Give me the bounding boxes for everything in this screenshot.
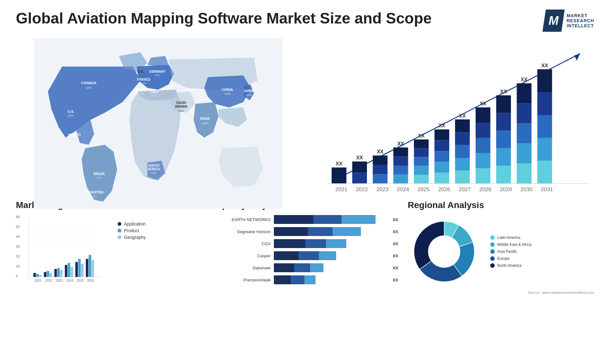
regional-label: Middle East & Africa bbox=[497, 242, 531, 247]
svg-rect-7 bbox=[373, 165, 387, 174]
svg-rect-24 bbox=[455, 132, 470, 145]
svg-text:2023: 2023 bbox=[56, 279, 63, 282]
svg-rect-39 bbox=[517, 103, 531, 123]
svg-rect-78 bbox=[33, 273, 36, 277]
china-value: xx% bbox=[224, 92, 230, 96]
player-bar bbox=[274, 227, 387, 236]
donut-container: Latin AmericaMiddle East & AfricaAsia Pa… bbox=[408, 215, 594, 288]
regional-dot bbox=[490, 235, 495, 240]
svg-text:XX: XX bbox=[377, 149, 384, 154]
saudi-value: xx% bbox=[179, 109, 184, 112]
svg-text:2024: 2024 bbox=[397, 186, 409, 192]
svg-rect-85 bbox=[57, 268, 60, 277]
svg-rect-29 bbox=[476, 123, 490, 138]
spain-label: SPAIN bbox=[136, 88, 146, 91]
svg-rect-46 bbox=[537, 138, 552, 161]
player-bar-segment bbox=[274, 251, 299, 260]
seg-content: 0 10 20 30 40 50 60 bbox=[16, 215, 202, 286]
svg-rect-31 bbox=[476, 153, 490, 168]
safrica-value: xx% bbox=[151, 171, 157, 174]
player-value: XX bbox=[393, 241, 398, 246]
japan-value: xx% bbox=[246, 93, 251, 97]
player-bar-segment bbox=[319, 251, 336, 260]
svg-rect-83 bbox=[50, 273, 52, 277]
svg-text:2030: 2030 bbox=[520, 186, 532, 192]
world-map-section: CANADA xx% U.S. xx% MEXICO xx% BRAZIL xx… bbox=[16, 38, 300, 209]
player-name: CGX bbox=[212, 241, 271, 246]
svg-rect-81 bbox=[44, 272, 46, 277]
svg-rect-91 bbox=[78, 259, 81, 277]
logo-letter: M bbox=[549, 14, 559, 28]
svg-rect-88 bbox=[68, 263, 70, 277]
player-bar-segment bbox=[291, 275, 304, 284]
player-value: XX bbox=[393, 217, 398, 222]
player-row: Degreane HorizonXX bbox=[212, 227, 398, 236]
svg-rect-34 bbox=[496, 113, 511, 131]
svg-rect-22 bbox=[435, 173, 449, 184]
seg-legend: Application Product Geography bbox=[118, 221, 146, 286]
spain-value: xx% bbox=[138, 92, 144, 95]
player-row: DatumateXX bbox=[212, 263, 398, 272]
regional-label: Latin America bbox=[497, 235, 520, 240]
player-bar-segment bbox=[274, 275, 291, 284]
logo-container: M MARKET RESEARCH INTELLECT bbox=[542, 10, 594, 32]
regional-dot bbox=[490, 249, 495, 254]
svg-text:XX: XX bbox=[356, 155, 363, 160]
player-row: CasperXX bbox=[212, 251, 398, 260]
germany-value: xx% bbox=[155, 74, 160, 77]
svg-rect-10 bbox=[393, 157, 408, 165]
argentina-label: ARGENTINA bbox=[85, 191, 104, 194]
svg-rect-17 bbox=[414, 175, 429, 184]
player-bar-segment bbox=[308, 227, 333, 236]
svg-rect-19 bbox=[435, 140, 449, 151]
india-label: INDIA bbox=[200, 117, 210, 120]
brazil-value: xx% bbox=[97, 176, 102, 179]
legend-geography: Geography bbox=[118, 235, 146, 240]
source-text: Source : www.marketresearchintellect.com bbox=[408, 291, 594, 294]
us-label: U.S. bbox=[68, 110, 75, 113]
svg-text:2021: 2021 bbox=[35, 279, 42, 282]
player-bar bbox=[274, 239, 387, 248]
svg-rect-4 bbox=[352, 161, 367, 172]
regional-legend-item: Europe bbox=[490, 256, 531, 261]
saudi-label: SAUDI bbox=[176, 101, 186, 104]
player-bar-segment bbox=[274, 215, 314, 224]
svg-text:2021: 2021 bbox=[335, 186, 347, 192]
svg-rect-87 bbox=[65, 265, 67, 277]
svg-rect-3 bbox=[332, 167, 346, 183]
svg-rect-84 bbox=[54, 269, 57, 277]
svg-rect-92 bbox=[81, 264, 84, 277]
us-value: xx% bbox=[68, 114, 74, 118]
svg-rect-8 bbox=[373, 174, 387, 183]
svg-rect-36 bbox=[496, 148, 511, 166]
regional-legend-item: Middle East & Africa bbox=[490, 242, 531, 247]
svg-rect-12 bbox=[393, 174, 408, 183]
italy-label: ITALY bbox=[150, 90, 159, 94]
player-bar-segment bbox=[274, 239, 306, 248]
regional-legend: Latin AmericaMiddle East & AfricaAsia Pa… bbox=[490, 235, 531, 268]
regional-legend-item: North America bbox=[490, 263, 531, 268]
player-bar-segment bbox=[299, 251, 319, 260]
legend-product: Product bbox=[118, 228, 146, 233]
page-container: Global Aviation Mapping Software Market … bbox=[0, 0, 610, 364]
application-label: Application bbox=[124, 221, 146, 226]
svg-rect-79 bbox=[36, 274, 39, 277]
uk-label: U.K. bbox=[138, 70, 144, 73]
regional-label: Europe bbox=[497, 256, 510, 261]
uk-value: xx% bbox=[138, 74, 144, 77]
svg-text:XX: XX bbox=[480, 101, 487, 106]
player-bar-segment bbox=[333, 227, 361, 236]
bottom-grid: Market Segmentation 0 10 20 30 40 50 60 bbox=[16, 200, 594, 294]
players-section: Top Key Players EARTH NETWORKSXXDegreane… bbox=[212, 200, 398, 294]
player-bar-segment bbox=[326, 239, 346, 248]
china-label: CHINA bbox=[222, 88, 233, 91]
product-label: Product bbox=[124, 228, 139, 233]
svg-rect-16 bbox=[414, 166, 429, 175]
argentina-value: xx% bbox=[92, 195, 97, 198]
svg-rect-86 bbox=[60, 270, 63, 277]
svg-rect-90 bbox=[75, 262, 78, 277]
canada-value: xx% bbox=[86, 86, 92, 90]
svg-rect-47 bbox=[537, 161, 552, 184]
japan-label: JAPAN bbox=[243, 89, 254, 93]
player-bar-segment bbox=[304, 275, 316, 284]
